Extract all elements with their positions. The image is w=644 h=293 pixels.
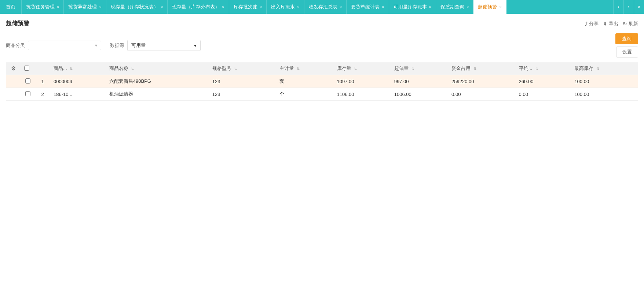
tab-close-icon[interactable]: × — [57, 5, 59, 9]
header-actions: ⤴ 分享 ⬇ 导出 ↻ 刷新 — [585, 21, 638, 27]
chevron-down-icon: ▾ — [95, 43, 97, 48]
tab-liushui[interactable]: 出入库流水 × — [267, 0, 304, 14]
row-index: 2 — [35, 88, 50, 101]
row-unit: 个 — [276, 88, 333, 101]
datasource-value: 可用量 — [131, 42, 146, 49]
data-table: ⚙ 商品... ⇅ 商品名称 ⇅ 规格型号 ⇅ — [6, 62, 638, 101]
tab-close-icon[interactable]: × — [340, 5, 342, 9]
nav-arrow-right[interactable]: › — [623, 0, 634, 14]
row-avg: 260.00 — [515, 75, 571, 88]
top-nav: 首页 拣货任务管理 × 拣货异常处理 × 现存量（库存状况表） × 现存量（库存… — [0, 0, 644, 14]
export-icon: ⬇ — [603, 21, 607, 27]
row-checkbox-cell[interactable] — [21, 75, 35, 88]
row-stock: 1097.00 — [333, 75, 391, 88]
row-code: 0000004 — [50, 75, 106, 88]
tab-close-icon[interactable]: × — [99, 5, 101, 9]
export-button[interactable]: ⬇ 导出 — [603, 21, 618, 27]
row-max-stock: 100.00 — [571, 75, 638, 88]
page-title: 超储预警 — [6, 20, 29, 27]
th-stock[interactable]: 库存量 ⇅ — [333, 62, 391, 75]
query-button[interactable]: 查询 — [615, 33, 638, 44]
sort-icon: ⇅ — [354, 67, 357, 71]
row-stock: 1106.00 — [333, 88, 391, 101]
row-settings-cell — [6, 75, 21, 88]
th-avg[interactable]: 平均... ⇅ — [515, 62, 571, 75]
row-checkbox[interactable] — [25, 78, 30, 84]
th-select-all[interactable] — [21, 62, 35, 75]
tab-close-icon[interactable]: × — [260, 5, 262, 9]
tab-chaochuyujing[interactable]: 超储预警 × — [473, 0, 506, 14]
tab-kucun-batch[interactable]: 库存批次账 × — [229, 0, 267, 14]
row-max-stock: 100.00 — [571, 88, 638, 101]
th-capital[interactable]: 资金占用 ⇅ — [448, 62, 515, 75]
row-capital: 259220.00 — [448, 75, 515, 88]
th-spec[interactable]: 规格型号 ⇅ — [209, 62, 276, 75]
row-spec: 123 — [209, 75, 276, 88]
tab-close-icon[interactable]: × — [297, 5, 299, 9]
row-name: 六配套新昌490BPG — [106, 75, 209, 88]
share-button[interactable]: ⤴ 分享 — [585, 21, 599, 27]
share-icon: ⤴ — [585, 21, 588, 27]
datasource-select[interactable]: 可用量 ▾ — [127, 40, 201, 51]
refresh-icon: ↻ — [623, 21, 627, 27]
filter-row: 商品分类 ▾ 数据源 可用量 ▾ 查询 设置 — [6, 33, 638, 58]
category-select[interactable]: ▾ — [28, 41, 101, 50]
tab-jianyichuchang[interactable]: 拣货异常处理 × — [64, 0, 106, 14]
datasource-filter: 数据源 可用量 ▾ — [110, 40, 201, 51]
tab-baozhi[interactable]: 保质期查询 × — [436, 0, 473, 14]
th-code[interactable]: 商品... ⇅ — [50, 62, 106, 75]
tab-yaohuo[interactable]: 要货单统计表 × — [347, 0, 389, 14]
row-index: 1 — [35, 75, 50, 88]
tab-close-icon[interactable]: × — [161, 5, 163, 9]
row-code: 186-10... — [50, 88, 106, 101]
row-settings-cell — [6, 88, 21, 101]
tab-shoufacu[interactable]: 收发存汇总表 × — [304, 0, 347, 14]
th-max-stock[interactable]: 最高库存 ⇅ — [571, 62, 638, 75]
row-avg: 0.00 — [515, 88, 571, 101]
row-capital: 0.00 — [448, 88, 515, 101]
row-over: 1006.00 — [391, 88, 448, 101]
tab-xiancunliang-status[interactable]: 现存量（库存状况表） × — [106, 0, 168, 14]
category-label: 商品分类 — [6, 42, 25, 49]
tab-jiance[interactable]: 拣货任务管理 × — [22, 0, 64, 14]
table-row: 2 186-10... 机油滤清器 123 个 1106.00 1006.00 … — [6, 88, 638, 101]
gear-icon: ⚙ — [10, 65, 17, 72]
row-checkbox[interactable] — [25, 91, 30, 96]
chevron-down-icon: ▾ — [194, 43, 197, 48]
category-filter: 商品分类 ▾ — [6, 41, 101, 50]
sort-icon: ⇅ — [131, 67, 134, 71]
nav-home[interactable]: 首页 — [0, 0, 22, 14]
set-button[interactable]: 设置 — [616, 47, 638, 58]
page-header: 超储预警 ⤴ 分享 ⬇ 导出 ↻ 刷新 — [6, 20, 638, 27]
nav-arrow-close[interactable]: × — [634, 0, 644, 14]
table-header-row: ⚙ 商品... ⇅ 商品名称 ⇅ 规格型号 ⇅ — [6, 62, 638, 75]
th-settings[interactable]: ⚙ — [6, 62, 21, 75]
nav-arrow-left[interactable]: ‹ — [613, 0, 623, 14]
sort-icon: ⇅ — [473, 67, 476, 71]
tab-xiancunliang-dist[interactable]: 现存量（库存分布表） × — [168, 0, 229, 14]
th-name[interactable]: 商品名称 ⇅ — [106, 62, 209, 75]
table-body: 1 0000004 六配套新昌490BPG 123 套 1097.00 997.… — [6, 75, 638, 101]
row-name: 机油滤清器 — [106, 88, 209, 101]
table-row: 1 0000004 六配套新昌490BPG 123 套 1097.00 997.… — [6, 75, 638, 88]
tab-close-icon[interactable]: × — [499, 5, 501, 9]
sort-icon: ⇅ — [234, 67, 237, 71]
refresh-button[interactable]: ↻ 刷新 — [623, 21, 638, 27]
row-over: 997.00 — [391, 75, 448, 88]
main-content: 超储预警 ⤴ 分享 ⬇ 导出 ↻ 刷新 商品分类 ▾ 数据源 — [0, 14, 644, 293]
th-unit[interactable]: 主计量 ⇅ — [276, 62, 333, 75]
row-checkbox-cell[interactable] — [21, 88, 35, 101]
row-spec: 123 — [209, 88, 276, 101]
tab-close-icon[interactable]: × — [466, 5, 469, 9]
row-unit: 套 — [276, 75, 333, 88]
tab-close-icon[interactable]: × — [382, 5, 384, 9]
tab-keyongliang[interactable]: 可用量库存账本 × — [389, 0, 436, 14]
th-index — [35, 62, 50, 75]
sort-icon: ⇅ — [297, 67, 300, 71]
tab-close-icon[interactable]: × — [429, 5, 431, 9]
select-all-checkbox[interactable] — [24, 66, 29, 71]
th-over[interactable]: 超储量 ⇅ — [391, 62, 448, 75]
sort-icon: ⇅ — [535, 67, 538, 71]
tab-close-icon[interactable]: × — [222, 5, 224, 9]
nav-arrows: ‹ › × — [613, 0, 644, 14]
